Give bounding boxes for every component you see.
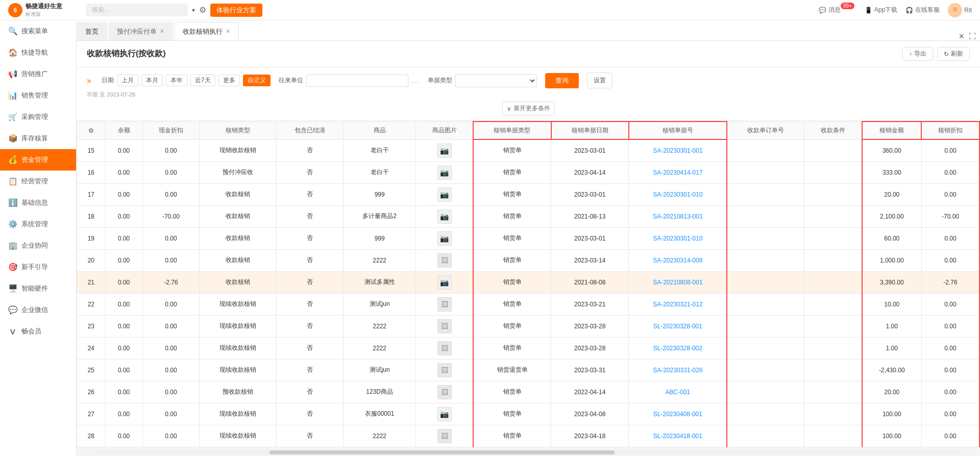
cancel-bill-no-link[interactable]: SA-20230331-026 [653, 367, 702, 374]
page-header: 收款核销执行(按收款) ↑ 导出 ↻ 刷新 [77, 41, 980, 67]
sidebar-item-label: 新手引导 [21, 262, 48, 272]
col-settings: ⚙ [77, 122, 106, 139]
date-this-month-btn[interactable]: 本月 [141, 75, 163, 86]
hardware-icon: 🖥️ [8, 284, 17, 293]
settings-gear-button[interactable]: ⚙ [199, 5, 206, 15]
row-number: 28 [77, 425, 106, 447]
col-product-img: 商品图片 [416, 122, 474, 139]
sidebar-item-management[interactable]: 📋 经营管理 [0, 171, 76, 192]
cancel-bill-no-link[interactable]: SA-20230321-012 [653, 301, 702, 308]
message-item[interactable]: 💬 消息 99+ [819, 6, 856, 14]
col-product: 商品 [344, 122, 416, 139]
product-image: 🖼 [437, 253, 452, 268]
message-badge: 99+ [841, 3, 854, 9]
date-more-btn[interactable]: 更多 [218, 75, 240, 86]
cancel-bill-no-link[interactable]: SA-20230301-010 [653, 235, 702, 242]
cancel-bill-no-link[interactable]: SA-20210808-001 [653, 279, 702, 286]
row-number: 15 [77, 139, 106, 161]
col-cancel-discount: 核销折扣 [921, 122, 979, 139]
tab-prepay[interactable]: 预付冲应付单 ✕ [108, 22, 173, 40]
cancel-bill-no-link[interactable]: SA-20210813-001 [653, 213, 702, 220]
refresh-button[interactable]: ↻ 刷新 [937, 47, 970, 61]
sidebar-item-inventory[interactable]: 📦 库存核算 [0, 128, 76, 149]
date-7days-btn[interactable]: 近7天 [190, 75, 215, 86]
date-custom-btn[interactable]: 自定义 [243, 75, 271, 86]
page-content: 收款核销执行(按收款) ↑ 导出 ↻ 刷新 » [77, 41, 980, 456]
scroll-area[interactable] [77, 447, 980, 457]
cancel-bill-no-link[interactable]: SA-20230301-001 [653, 147, 702, 154]
cancel-bill-no-link[interactable]: SL-20230328-002 [653, 345, 702, 352]
tab-prepay-close[interactable]: ✕ [160, 28, 164, 35]
product-image: 🖼 [437, 385, 452, 399]
sidebar-item-sales[interactable]: 📊 销售管理 [0, 85, 76, 106]
sidebar-item-vip[interactable]: V 畅会员 [0, 321, 76, 342]
sales-icon: 📊 [8, 91, 17, 100]
date-last-month-btn[interactable]: 上月 [117, 75, 138, 86]
headset-icon: 🎧 [905, 7, 913, 14]
sidebar-item-guide[interactable]: 🎯 新手引导 [0, 256, 76, 278]
online-service-item[interactable]: 🎧 在线客服 [905, 6, 940, 14]
app-download-item[interactable]: 📱 App下载 [865, 6, 897, 14]
cancel-bill-no-link[interactable]: SA-20230314-008 [653, 257, 702, 264]
sidebar-item-label: 快捷导航 [21, 48, 48, 57]
sidebar-item-wechat[interactable]: 💬 企业微信 [0, 299, 76, 321]
user-profile[interactable]: R Rit [948, 3, 972, 17]
sidebar-item-nav[interactable]: 🏠 快捷导航 [0, 42, 76, 63]
cancel-bill-no-link[interactable]: SA-20230301-010 [653, 191, 702, 198]
expand-more-button[interactable]: ∨ 展开更多条件 [502, 102, 555, 115]
chevron-down-icon: ∨ [507, 105, 511, 112]
vip-icon: V [8, 327, 17, 336]
filter-settings-button[interactable]: 设置 [587, 73, 612, 88]
cancel-bill-no-link[interactable]: SA-20230414-017 [653, 169, 702, 176]
col-receipt-order-no: 收款单订单号 [727, 122, 804, 139]
table-row: 250.000.00现续收款核销否测试jun🖼销货退货单2023-03-31SA… [77, 359, 980, 381]
tab-cancel-close[interactable]: ✕ [226, 28, 230, 35]
finance-icon: 💰 [8, 155, 17, 164]
cancel-bill-no-link[interactable]: ABC-001 [666, 389, 691, 396]
table-wrapper[interactable]: ⚙ 余额 现金折扣 核销类型 包含已结清 商品 商品图片 核销单据类型 核销单据… [77, 121, 980, 456]
sidebar-item-basic[interactable]: ℹ️ 基础信息 [0, 192, 76, 213]
message-icon: 💬 [819, 7, 826, 14]
sidebar-item-finance[interactable]: 💰 资金管理 [0, 149, 76, 171]
industry-solution-button[interactable]: 体验行业方案 [210, 4, 262, 17]
product-image: 🖼 [437, 341, 452, 355]
sidebar-item-search[interactable]: 🔍 搜索菜单 [0, 20, 76, 42]
query-button[interactable]: 查询 [545, 73, 579, 88]
maximize-window-button[interactable]: ⛶ [969, 32, 976, 40]
filter-dots: ... [411, 77, 420, 84]
global-search-bar[interactable]: 搜索... [86, 4, 188, 16]
info-icon: ℹ️ [8, 198, 17, 207]
cancel-discount-cell: 0.00 [921, 403, 979, 425]
date-this-year-btn[interactable]: 本年 [166, 75, 187, 86]
tab-home[interactable]: 首页 [77, 22, 107, 40]
sidebar-item-marketing[interactable]: 📢 营销推广 [0, 63, 76, 85]
cancel-bill-no-link[interactable]: SL-20230408-001 [653, 411, 702, 418]
expand-toggle[interactable]: » [87, 76, 91, 85]
sidebar-item-purchase[interactable]: 🛒 采购管理 [0, 106, 76, 128]
table-row: 170.000.00收款核销否999📷销货单2023-03-01SA-20230… [77, 183, 980, 205]
bill-type-filter: 单据类型 [428, 74, 537, 87]
scroll-thumb[interactable] [270, 450, 615, 454]
cancel-discount-cell: -2.76 [921, 271, 979, 293]
page-title: 收款核销执行(按收款) [87, 49, 166, 59]
sidebar-item-system[interactable]: ⚙️ 系统管理 [0, 213, 76, 235]
bill-type-select[interactable] [455, 74, 537, 87]
cancel-amount-cell: 20.00 [862, 381, 922, 403]
export-button[interactable]: ↑ 导出 [902, 47, 933, 61]
sidebar-item-hardware[interactable]: 🖥️ 智能硬件 [0, 278, 76, 299]
counter-party-input[interactable] [306, 75, 408, 87]
dropdown-button[interactable]: ▾ [192, 7, 195, 14]
refresh-icon: ↻ [944, 51, 949, 58]
row-number: 27 [77, 403, 106, 425]
scroll-bar-horizontal[interactable] [97, 450, 960, 454]
tab-cancel[interactable]: 收款核销执行 ✕ [174, 22, 239, 40]
tab-bar-actions: ✕ ⛶ [954, 32, 980, 40]
close-window-button[interactable]: ✕ [959, 32, 965, 40]
row-number: 17 [77, 183, 106, 205]
main-layout: 🔍 搜索菜单 🏠 快捷导航 📢 营销推广 📊 销售管理 🛒 采购管理 📦 库存核… [0, 20, 980, 456]
cancel-bill-no-link[interactable]: SL-20230328-001 [653, 323, 702, 330]
sidebar-item-collab[interactable]: 🏢 企业协同 [0, 235, 76, 256]
product-image: 📷 [437, 209, 452, 224]
avatar: R [948, 3, 962, 17]
cancel-bill-no-link[interactable]: SL-20230418-001 [653, 433, 702, 440]
